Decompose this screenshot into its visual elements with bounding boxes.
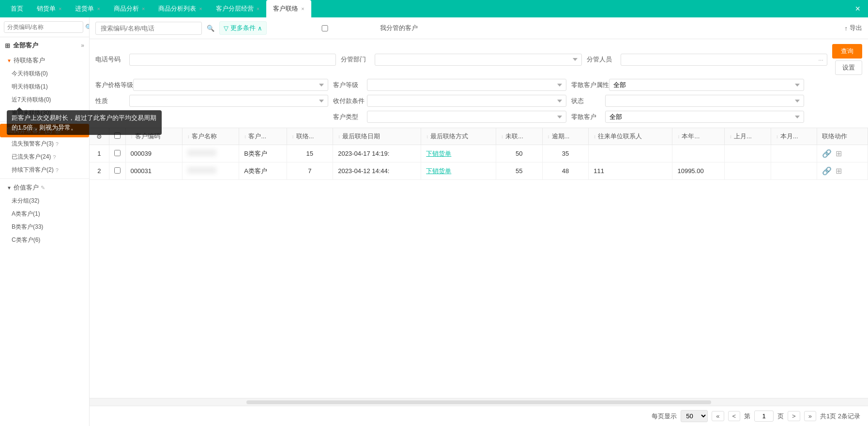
cell-last-month-1 [725,162,771,180]
nav-product-analysis[interactable]: 商品分析 × [107,0,152,17]
info-icon-declining[interactable]: ? [56,167,59,173]
all-customers-header[interactable]: ⊞ 全部客户 » [0,37,89,54]
nav-purchase-order[interactable]: 进货单 × [68,0,107,17]
nav-home[interactable]: 首页 [4,0,30,17]
cell-last-method-1[interactable]: 下销货单 [421,162,496,180]
nav-customer-tier[interactable]: 客户分层经营 × [209,0,266,17]
per-page-select[interactable]: 50 100 200 [681,410,708,422]
more-conditions-btn[interactable]: ▽ 更多条件 ∧ [219,21,267,35]
sidebar-unclassified[interactable]: 未分组(32) [0,194,89,207]
page-last-btn[interactable]: » [804,411,816,421]
close-purchase-order-icon[interactable]: × [97,6,100,12]
person-input[interactable] [621,54,827,66]
last-method-link-1[interactable]: 下销货单 [426,167,451,175]
search-bar-icon[interactable]: 🔍 [207,25,214,32]
row-checkbox-1[interactable] [114,167,121,174]
search-input[interactable] [95,22,202,35]
value-customers-group[interactable]: ▼ 价值客户 ✎ [0,181,89,194]
nav-customer-contact[interactable]: 客户联络 × [266,0,311,17]
export-btn[interactable]: ↑ 导出 [845,24,863,32]
info-icon-churned[interactable]: ? [53,154,56,160]
nav-product-analysis-list[interactable]: 商品分析列表 × [152,0,209,17]
th-name[interactable]: 客户名称 [182,128,239,145]
close-product-analysis-list-icon[interactable]: × [199,6,202,12]
filter-scatter-attr: 零散客户属性 全部 [571,79,804,91]
grid-action-icon-1[interactable]: ⊞ [836,166,842,176]
collapse-sidebar-icon[interactable]: » [81,42,84,49]
close-sales-order-icon[interactable]: × [59,6,61,12]
close-customer-contact-icon[interactable]: × [301,6,304,12]
sidebar-churn-warning[interactable]: 流失预警客户(3) ? [0,137,89,150]
scatter-customer-select[interactable]: 全部 [605,111,804,123]
sidebar-search-icon[interactable]: 🔍 [85,24,90,31]
cell-contact2-1: 111 [589,162,672,180]
pending-contact-group[interactable]: ▼ 待联络客户 [0,54,89,67]
th-last-method[interactable]: 最后联络方式 [421,128,496,145]
nav-sales-order[interactable]: 销货单 × [30,0,68,17]
cell-actions-0[interactable]: 🔗 ⊞ [817,145,868,162]
close-all-tabs-icon[interactable]: × [851,4,864,14]
cell-actions-1[interactable]: 🔗 ⊞ [817,162,868,180]
scatter-attr-select[interactable]: 全部 [609,79,804,91]
page-input[interactable] [754,411,774,422]
th-this-month[interactable]: 本月... [771,128,817,145]
link-action-icon-0[interactable]: 🔗 [822,149,832,158]
sidebar-class-a[interactable]: A类客户(1) [0,207,89,220]
customer-type-select[interactable] [367,111,566,123]
horizontal-scrollbar[interactable] [246,400,711,404]
sidebar-churned[interactable]: 已流失客户(24) ? [0,150,89,163]
page-first-btn[interactable]: « [712,411,724,421]
sidebar-7days-pending[interactable]: 近7天待联络(0) [0,93,89,106]
cell-index-1: 2 [90,162,109,180]
nature-select[interactable] [129,95,328,107]
sidebar-today-pending[interactable]: 今天待联络(0) [0,67,89,80]
cell-last-method-0[interactable]: 下销货单 [421,145,496,162]
th-last-month[interactable]: 上月... [725,128,771,145]
filter-status: 状态 [571,95,804,107]
payment-select[interactable] [367,95,566,107]
link-action-icon-1[interactable]: 🔗 [822,166,832,176]
price-grade-select[interactable] [133,79,328,91]
th-overdue[interactable]: 逾期... [542,128,589,145]
last-method-link-0[interactable]: 下销货单 [426,150,451,157]
grid-action-icon-0[interactable]: ⊞ [836,149,842,158]
cell-checkbox-1[interactable] [109,162,125,180]
query-btn[interactable]: 查询 [832,44,862,59]
sidebar-search-input[interactable] [4,21,83,33]
th-last-date[interactable]: 最后联络日期 [333,128,421,145]
my-customers-filter[interactable]: 我分管的客户 [272,24,418,32]
page-prev-btn[interactable]: < [728,411,741,421]
sidebar-class-b[interactable]: B类客户(33) [0,220,89,234]
row-checkbox-0[interactable] [114,150,121,156]
filter-nature: 性质 [95,95,328,107]
sidebar-class-c[interactable]: C类客户(6) [0,234,89,247]
person-dots-icon[interactable]: ··· [818,56,823,63]
edit-value-group-icon[interactable]: ✎ [41,185,45,191]
sidebar-declining[interactable]: 持续下滑客户(2) ? [0,163,89,176]
status-select[interactable] [605,95,804,107]
chevron-pending-icon: ▼ [7,58,12,63]
page-next-btn[interactable]: > [788,411,800,421]
customer-grade-select[interactable] [367,79,566,91]
sidebar-tomorrow-pending[interactable]: 明天待联络(1) [0,80,89,93]
my-customers-checkbox[interactable] [272,25,378,31]
phone-input[interactable] [129,54,336,66]
th-uncontacted[interactable]: 未联... [496,128,542,145]
export-icon: ↑ [845,25,848,32]
filter-icon: ▽ [224,25,228,32]
per-page-label: 每页显示 [652,412,677,421]
close-customer-tier-icon[interactable]: × [257,6,259,12]
filter-bar: 🔍 ▽ 更多条件 ∧ 我分管的客户 ↑ 导出 [90,17,868,39]
dept-select[interactable] [375,54,581,66]
th-contact-person[interactable]: 往来单位联系人 [589,128,672,145]
th-contact-count[interactable]: 联络... [287,128,333,145]
close-product-analysis-icon[interactable]: × [142,6,145,12]
th-this-year[interactable]: 本年... [672,128,725,145]
cell-overdue-0: 35 [542,145,589,162]
table-area: ⚙ 客户编码 客户名称 客户... 联络... 最后联络日期 最后联络方式 未联… [90,128,868,398]
settings-btn[interactable]: 设置 [835,60,862,75]
th-type[interactable]: 客户... [239,128,287,145]
horizontal-scroll-area[interactable] [90,398,868,406]
cell-checkbox-0[interactable] [109,145,125,162]
info-icon-churn-warning[interactable]: ? [56,141,59,147]
